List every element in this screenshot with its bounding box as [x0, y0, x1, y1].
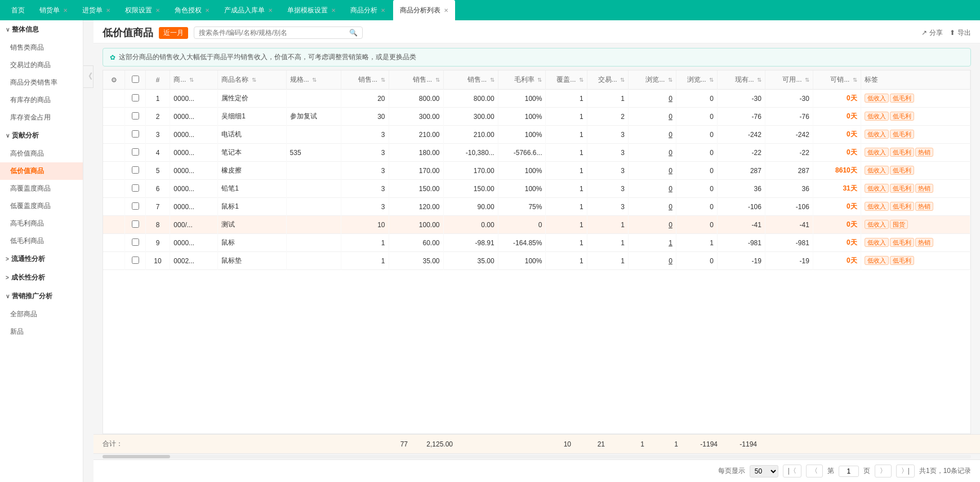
row-checkbox[interactable] — [132, 112, 139, 120]
sidebar-item-stock-products[interactable]: 有库存的商品 — [0, 91, 83, 109]
col-sale-qty-header[interactable]: 销售... ⇅ — [341, 70, 389, 90]
last-page-button[interactable]: 〉| — [896, 465, 915, 477]
row-browse1[interactable]: 0 — [628, 180, 676, 198]
sidebar-item-high-profit[interactable]: 高毛利商品 — [0, 215, 83, 232]
prev-page-button[interactable]: 〈 — [806, 465, 823, 477]
row-checkbox[interactable] — [132, 148, 139, 156]
tab-home[interactable]: 首页 — [5, 0, 32, 20]
browse1-link[interactable]: 0 — [669, 131, 672, 139]
row-browse1[interactable]: 0 — [628, 252, 676, 270]
row-browse1[interactable]: 0 — [628, 108, 676, 126]
close-icon[interactable]: ✕ — [381, 7, 385, 14]
close-icon[interactable]: ✕ — [106, 7, 110, 14]
horizontal-scrollbar[interactable] — [103, 455, 971, 458]
col-browse1-header[interactable]: 浏览... ⇅ — [628, 70, 676, 90]
row-check[interactable] — [125, 216, 145, 234]
close-icon[interactable]: ✕ — [205, 7, 210, 14]
export-button[interactable]: ⬆ 导出 — [950, 28, 971, 38]
col-trade-header[interactable]: 交易... ⇅ — [587, 70, 628, 90]
sidebar-item-traded-products[interactable]: 交易过的商品 — [0, 56, 83, 74]
col-sale-price-header[interactable]: 销售... ⇅ — [389, 70, 443, 90]
row-browse1[interactable]: 0 — [628, 162, 676, 180]
sidebar-item-high-coverage[interactable]: 高覆盖度商品 — [0, 180, 83, 197]
sidebar-item-category-rate[interactable]: 商品分类销售率 — [0, 74, 83, 91]
tab-product-analysis-list[interactable]: 商品分析列表✕ — [393, 0, 455, 20]
close-icon[interactable]: ✕ — [331, 7, 336, 14]
row-browse1[interactable]: 1 — [628, 234, 676, 252]
sidebar-item-low-value[interactable]: 低价值商品 — [0, 162, 83, 180]
next-page-button[interactable]: 〉 — [875, 465, 892, 477]
sidebar-section-circulation[interactable]: > 流通性分析 — [0, 250, 83, 268]
col-browse2-header[interactable]: 浏览... ⇅ — [676, 70, 717, 90]
row-check[interactable] — [125, 252, 145, 270]
row-checkbox[interactable] — [132, 257, 139, 264]
row-check[interactable] — [125, 90, 145, 108]
row-checkbox[interactable] — [132, 238, 139, 246]
sidebar-section-overall[interactable]: ∨ 整体信息 — [0, 20, 83, 39]
sidebar-item-all-products[interactable]: 全部商品 — [0, 306, 83, 323]
tab-product-analysis[interactable]: 商品分析✕ — [344, 0, 392, 20]
share-button[interactable]: ↗ 分享 — [921, 28, 943, 38]
select-all-checkbox[interactable] — [132, 76, 139, 83]
col-sell-days-header[interactable]: 可销... ⇅ — [813, 70, 861, 90]
sidebar-item-new-products[interactable]: 新品 — [0, 323, 83, 341]
row-browse1[interactable]: 0 — [628, 216, 676, 234]
row-checkbox[interactable] — [132, 130, 139, 138]
row-check[interactable] — [125, 234, 145, 252]
row-checkbox[interactable] — [132, 94, 139, 101]
sidebar-item-high-value[interactable]: 高价值商品 — [0, 145, 83, 162]
col-gear-header[interactable]: ⚙ — [103, 70, 125, 90]
row-browse1[interactable]: 0 — [628, 144, 676, 162]
date-tag-button[interactable]: 近一月 — [159, 27, 188, 39]
sidebar-section-growth[interactable]: > 成长性分析 — [0, 268, 83, 287]
col-check-header[interactable] — [125, 70, 145, 90]
tab-role[interactable]: 角色授权✕ — [168, 0, 216, 20]
sidebar-item-low-coverage[interactable]: 低覆盖度商品 — [0, 197, 83, 215]
col-sale-amt-header[interactable]: 销售... ⇅ — [443, 70, 498, 90]
sidebar-collapse-button[interactable]: 《 — [83, 65, 93, 88]
row-check[interactable] — [125, 108, 145, 126]
row-check[interactable] — [125, 198, 145, 216]
browse1-link[interactable]: 0 — [669, 95, 672, 103]
tab-sales[interactable]: 销货单✕ — [33, 0, 74, 20]
col-code-header[interactable]: 商... ⇅ — [170, 70, 218, 90]
close-icon[interactable]: ✕ — [268, 7, 273, 14]
browse1-link[interactable]: 1 — [669, 239, 672, 247]
row-check[interactable] — [125, 126, 145, 144]
page-size-select[interactable]: 50 100 200 — [750, 465, 778, 477]
col-avail-stock-header[interactable]: 可用... ⇅ — [765, 70, 813, 90]
row-browse1[interactable]: 0 — [628, 198, 676, 216]
row-checkbox[interactable] — [132, 220, 139, 228]
row-checkbox[interactable] — [132, 166, 139, 174]
col-now-stock-header[interactable]: 现有... ⇅ — [718, 70, 765, 90]
sidebar-item-low-profit[interactable]: 低毛利商品 — [0, 232, 83, 250]
browse1-link[interactable]: 0 — [669, 257, 672, 265]
browse1-link[interactable]: 0 — [669, 203, 672, 211]
sidebar-item-sales-products[interactable]: 销售类商品 — [0, 39, 83, 56]
tab-product-instock[interactable]: 产成品入库单✕ — [217, 0, 279, 20]
row-browse1[interactable]: 0 — [628, 90, 676, 108]
browse1-link[interactable]: 0 — [669, 113, 672, 121]
row-browse1[interactable]: 0 — [628, 126, 676, 144]
col-cover-header[interactable]: 覆盖... ⇅ — [546, 70, 587, 90]
sidebar-section-contribution[interactable]: ∨ 贡献分析 — [0, 126, 83, 145]
browse1-link[interactable]: 0 — [669, 167, 672, 175]
row-check[interactable] — [125, 162, 145, 180]
col-spec-header[interactable]: 规格... ⇅ — [286, 70, 341, 90]
close-icon[interactable]: ✕ — [155, 7, 160, 14]
tab-permission[interactable]: 权限设置✕ — [118, 0, 167, 20]
sidebar-item-stock-fund[interactable]: 库存资金占用 — [0, 109, 83, 126]
row-check[interactable] — [125, 180, 145, 198]
first-page-button[interactable]: |〈 — [783, 465, 801, 477]
browse1-link[interactable]: 0 — [669, 185, 672, 193]
tab-template[interactable]: 单据模板设置✕ — [280, 0, 342, 20]
row-checkbox[interactable] — [132, 184, 139, 192]
row-checkbox[interactable] — [132, 202, 139, 210]
search-icon[interactable]: 🔍 — [349, 29, 358, 37]
row-check[interactable] — [125, 144, 145, 162]
close-icon[interactable]: ✕ — [444, 7, 448, 14]
sidebar-section-marketing[interactable]: ∨ 营销推广分析 — [0, 287, 83, 306]
col-name-header[interactable]: 商品名称 ⇅ — [218, 70, 286, 90]
close-icon[interactable]: ✕ — [63, 7, 68, 14]
browse1-link[interactable]: 0 — [669, 149, 672, 157]
